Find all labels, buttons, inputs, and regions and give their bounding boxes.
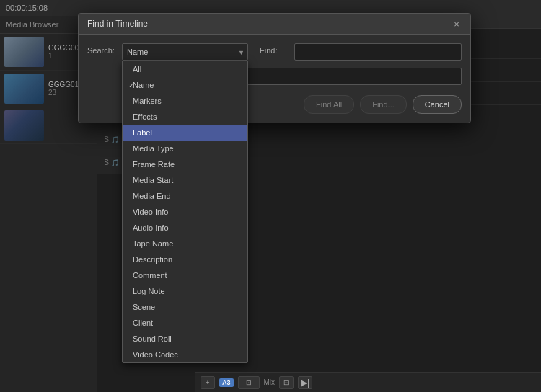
dropdown-option-video-codec[interactable]: Video Codec [123,347,247,362]
dropdown-option-scene[interactable]: Scene [123,299,247,315]
dialog-titlebar: Find in Timeline × [79,14,470,35]
dropdown-option-log-note[interactable]: Log Note [123,283,247,299]
dropdown-option-effects[interactable]: Effects [123,109,247,125]
dropdown-option-comment[interactable]: Comment [123,267,247,283]
find-all-button[interactable]: Find All [304,95,354,114]
dropdown-option-tape-name[interactable]: Tape Name [123,236,247,251]
search-dropdown[interactable]: Name ▾ [122,43,248,61]
dropdown-option-sound-roll[interactable]: Sound Roll [123,331,247,347]
dropdown-option-client[interactable]: Client [123,315,247,331]
dropdown-option-media-type[interactable]: Media Type [123,141,247,156]
search-dropdown-container: Name ▾ All ✓Name Markers Effects Label M… [122,43,248,61]
chevron-down-icon: ▾ [239,48,243,56]
dialog-title: Find in Timeline [87,19,148,29]
search-dropdown-list: All ✓Name Markers Effects Label Media Ty… [122,61,248,363]
search-label: Search: [87,43,116,55]
dropdown-option-frame-rate[interactable]: Frame Rate [123,156,247,172]
cancel-button[interactable]: Cancel [413,95,462,114]
search-row: Search: Name ▾ All ✓Name Markers Effe [87,43,462,61]
check-icon: ✓ [128,81,134,89]
dropdown-option-all[interactable]: All [123,61,247,77]
modal-overlay: Find in Timeline × Search: Name ▾ All [0,0,541,392]
dropdown-option-name[interactable]: ✓Name [123,77,247,93]
dropdown-option-audio-info[interactable]: Audio Info [123,220,247,236]
find-input[interactable] [294,43,462,61]
dialog-body: Search: Name ▾ All ✓Name Markers Effe [79,35,470,122]
dropdown-option-video-info[interactable]: Video Info [123,204,247,220]
find-button[interactable]: Find... [360,95,407,114]
dropdown-option-label[interactable]: Label [123,125,247,141]
find-in-timeline-dialog: Find in Timeline × Search: Name ▾ All [78,13,471,123]
search-dropdown-value: Name [127,48,148,56]
close-button[interactable]: × [452,19,462,29]
contains-input[interactable] [227,68,462,85]
find-label: Find: [260,43,289,55]
dropdown-option-markers[interactable]: Markers [123,93,247,109]
dropdown-option-media-end[interactable]: Media End [123,188,247,204]
dropdown-option-description[interactable]: Description [123,251,247,267]
dropdown-option-media-start[interactable]: Media Start [123,172,247,188]
